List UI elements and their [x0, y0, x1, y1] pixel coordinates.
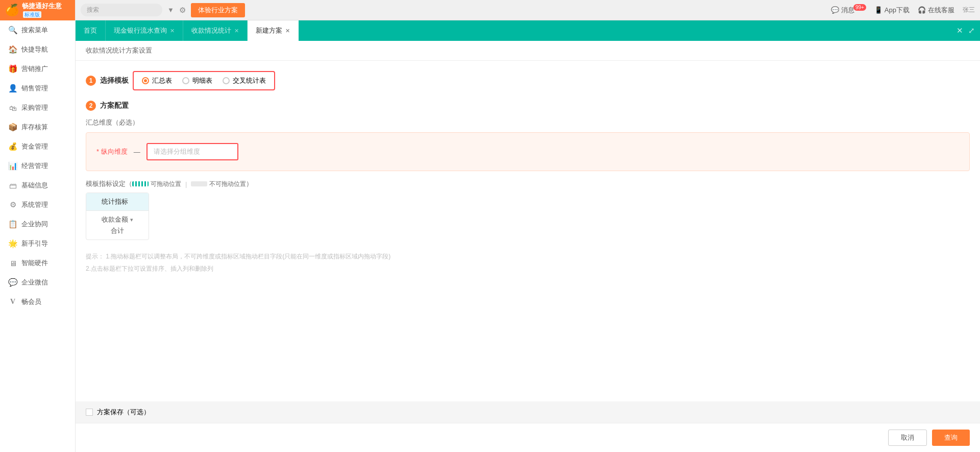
page-title: 收款情况统计方案设置: [76, 41, 980, 61]
step2-num: 2: [86, 101, 96, 111]
gear-icon: ⚙: [8, 200, 17, 209]
save-label: 方案保存（可选）: [97, 408, 150, 417]
radio-detail-circle[interactable]: [182, 77, 189, 84]
sidebar-item-label: 基础信息: [21, 181, 48, 190]
tab-bank-flow-label: 现金银行流水查询: [114, 26, 167, 35]
monitor-icon: 🖥: [8, 259, 17, 268]
sidebar-item-newbie[interactable]: 🌟 新手引导: [0, 234, 75, 253]
radio-summary-label: 汇总表: [152, 76, 172, 85]
sidebar-item-system[interactable]: ⚙ 系统管理: [0, 195, 75, 215]
dimension-section-label: 汇总维度（必选）: [86, 118, 970, 127]
file-icon: 🗃: [8, 181, 17, 190]
sidebar-item-finance[interactable]: 💰 资金管理: [0, 137, 75, 156]
tab-new-plan-close-icon[interactable]: ✕: [285, 28, 290, 34]
tab-bank-flow-close-icon[interactable]: ✕: [170, 28, 175, 34]
settings-icon[interactable]: ⚙: [179, 6, 186, 15]
trial-button[interactable]: 体验行业方案: [191, 3, 245, 17]
message-icon: 💬: [831, 6, 839, 14]
metrics-section-label: 模板指标设定（: [86, 179, 132, 188]
tip-2: 2.点击标题栏下拉可设置排序、插入列和删除列: [86, 263, 970, 275]
step1-section: 1 选择模板 汇总表 明细表 交叉统计表: [86, 71, 970, 90]
star-icon: 🌟: [8, 239, 17, 248]
sidebar-item-label: 资金管理: [21, 142, 48, 151]
drag-label: 可拖动位置: [151, 180, 181, 188]
message-badge: 99+: [853, 4, 866, 11]
tab-receipt-stat-close-icon[interactable]: ✕: [234, 28, 239, 34]
topbar-right: 💬 消息 99+ 📱 App下载 🎧 在线客服 张三: [831, 6, 975, 15]
sidebar-item-label: 营销推广: [21, 64, 48, 74]
sidebar-item-marketing[interactable]: 🎁 营销推广: [0, 59, 75, 79]
template-selector: 汇总表 明细表 交叉统计表: [133, 71, 275, 90]
col1-header-row[interactable]: 收款金额 ▾: [102, 215, 133, 224]
step2-title: 方案配置: [100, 101, 129, 110]
radio-detail[interactable]: 明细表: [182, 76, 212, 85]
sidebar-item-label: 畅会员: [21, 297, 41, 306]
radio-cross-label: 交叉统计表: [233, 76, 266, 85]
message-item[interactable]: 💬 消息 99+: [831, 6, 866, 15]
tab-home[interactable]: 首页: [76, 20, 106, 41]
metrics-col-stats: 统计指标 收款金额 ▾ 合计: [86, 193, 149, 240]
sidebar-item-hardware[interactable]: 🖥 智能硬件: [0, 253, 75, 273]
radio-summary-circle[interactable]: [142, 77, 149, 84]
metrics-col-stats-header: 统计指标: [86, 193, 149, 211]
step2-section: 2 方案配置 汇总维度（必选） * 纵向维度 — 请选择分组维度: [86, 101, 970, 275]
query-button[interactable]: 查询: [932, 430, 970, 446]
tab-bank-flow[interactable]: 现金银行流水查询 ✕: [106, 20, 183, 41]
sidebar-item-label: 企业协同: [21, 220, 48, 229]
tab-close-all-icon[interactable]: ✕: [957, 26, 963, 35]
search-icon: 🔍: [8, 26, 17, 35]
step2-header: 2 方案配置: [86, 101, 970, 111]
username: 张三: [963, 6, 975, 14]
vertical-dim-label: * 纵向维度: [96, 147, 128, 156]
sidebar-item-basic[interactable]: 🗃 基础信息: [0, 176, 75, 195]
logo-text: 畅捷通好生意: [22, 2, 62, 10]
tab-maximize-icon[interactable]: ⤢: [968, 26, 975, 35]
headset-icon: 🎧: [918, 6, 926, 14]
sidebar-item-enterprise[interactable]: 📋 企业协同: [0, 215, 75, 234]
sidebar-item-operation[interactable]: 📊 经营管理: [0, 156, 75, 176]
footer: 取消 查询: [76, 423, 980, 452]
gift-icon: 🎁: [8, 64, 17, 74]
tab-actions: ✕ ⤢: [957, 26, 980, 35]
tab-new-plan-label: 新建方案: [256, 26, 282, 35]
metrics-section-suffix: ）: [246, 179, 253, 188]
save-checkbox[interactable]: [86, 409, 93, 416]
user-icon: 👤: [8, 84, 17, 93]
tab-new-plan[interactable]: 新建方案 ✕: [248, 20, 299, 41]
sidebar-item-quick-nav[interactable]: 🏠 快捷导航: [0, 40, 75, 59]
radio-summary[interactable]: 汇总表: [142, 76, 172, 85]
tab-receipt-stat[interactable]: 收款情况统计 ✕: [183, 20, 248, 41]
sidebar-item-purchase[interactable]: 🛍 采购管理: [0, 98, 75, 117]
radio-cross[interactable]: 交叉统计表: [223, 76, 266, 85]
col1-dropdown-icon[interactable]: ▾: [130, 217, 133, 223]
tab-home-label: 首页: [84, 26, 97, 35]
download-item[interactable]: 📱 App下载: [874, 6, 910, 15]
vertical-dim-input[interactable]: 请选择分组维度: [146, 143, 238, 160]
sidebar-item-sales[interactable]: 👤 销售管理: [0, 79, 75, 98]
sidebar-item-label: 搜索菜单: [21, 26, 48, 35]
sidebar-item-wechat[interactable]: 💬 企业微信: [0, 273, 75, 292]
sidebar: 🍊 畅捷通好生意 标准版 🔍 搜索菜单 🏠 快捷导航 🎁 营销推广 👤 销售管理…: [0, 0, 76, 452]
sidebar-item-label: 系统管理: [21, 200, 48, 209]
sidebar-item-label: 企业微信: [21, 278, 48, 287]
dropdown-arrow-icon[interactable]: ▼: [167, 6, 174, 14]
cancel-button[interactable]: 取消: [888, 430, 927, 446]
tab-receipt-stat-label: 收款情况统计: [191, 26, 231, 35]
home-icon: 🏠: [8, 45, 17, 54]
sidebar-item-inventory[interactable]: 📦 库存核算: [0, 117, 75, 137]
no-drag-indicator: 不可拖动位置: [191, 180, 246, 188]
tabbar: 首页 现金银行流水查询 ✕ 收款情况统计 ✕ 新建方案 ✕ ✕ ⤢: [76, 20, 980, 41]
no-drag-color-block: [191, 181, 207, 186]
topbar: 搜索 ▼ ⚙ 体验行业方案 💬 消息 99+ 📱 App下载 🎧 在线客服 张三: [76, 0, 980, 20]
tip-1: 提示： 1.拖动标题栏可以调整布局，不可跨维度或指标区域拖动栏目字段(只能在同一…: [86, 250, 970, 263]
step1-num: 1: [86, 76, 96, 86]
money-icon: 💰: [8, 142, 17, 151]
service-item[interactable]: 🎧 在线客服: [918, 6, 954, 15]
drag-color-block: [132, 181, 149, 186]
sidebar-item-member[interactable]: V 畅会员: [0, 292, 75, 312]
sidebar-item-search-menu[interactable]: 🔍 搜索菜单: [0, 20, 75, 40]
radio-cross-circle[interactable]: [223, 77, 230, 84]
metrics-section: 模板指标设定（ 可拖动位置 | 不可拖动位置 ）: [86, 179, 970, 240]
logo-tag: 标准版: [23, 11, 41, 18]
box-icon: 📦: [8, 123, 17, 132]
